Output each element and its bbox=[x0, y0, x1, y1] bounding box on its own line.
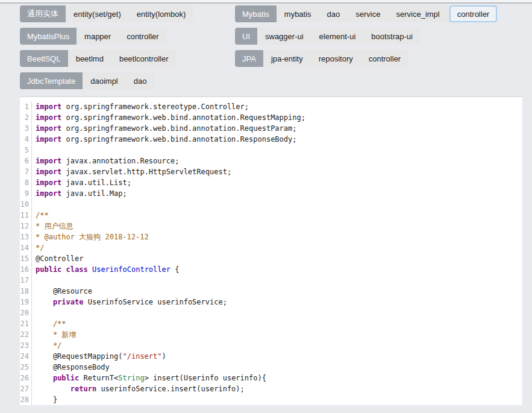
line-number: 9 bbox=[20, 188, 32, 199]
code-line-content: import org.springframework.web.bind.anno… bbox=[36, 134, 297, 145]
option-button-service[interactable]: service bbox=[348, 5, 388, 22]
code-token: import bbox=[36, 168, 61, 176]
code-line-content: import javax.annotation.Resource; bbox=[36, 156, 179, 166]
code-token: } bbox=[36, 396, 57, 404]
code-line-content: * @author 大狼狗 2018-12-12 bbox=[36, 232, 149, 242]
code-token bbox=[36, 298, 53, 306]
code-line-content: /** bbox=[36, 318, 66, 329]
option-button-jpa-entity[interactable]: jpa-entity bbox=[263, 50, 311, 67]
code-line-content: import java.util.Map; bbox=[36, 188, 127, 199]
group-label-jpa: JPA bbox=[235, 50, 263, 67]
option-button-repository[interactable]: repository bbox=[311, 50, 361, 67]
option-button-entity-set-get[interactable]: entity(set/get) bbox=[66, 5, 129, 22]
code-line: 4import org.springframework.web.bind.ann… bbox=[20, 134, 522, 145]
option-button-dao[interactable]: dao bbox=[126, 72, 155, 89]
code-line-content: import org.springframework.web.bind.anno… bbox=[36, 123, 297, 134]
line-number: 3 bbox=[20, 123, 32, 134]
line-number: 23 bbox=[20, 340, 32, 351]
code-line-content: * 用户信息 bbox=[36, 221, 73, 232]
code-line-content: @ResponseBody bbox=[36, 362, 110, 373]
option-button-beetlcontroller[interactable]: beetlcontroller bbox=[111, 50, 177, 67]
template-group-beetlsql: BeetlSQLbeetlmdbeetlcontroller bbox=[20, 50, 177, 67]
option-button-element-ui[interactable]: element-ui bbox=[311, 28, 364, 45]
group-label-通用实体: 通用实体 bbox=[20, 5, 66, 22]
line-number: 27 bbox=[20, 383, 32, 394]
line-number: 19 bbox=[20, 297, 32, 307]
code-line: 17 bbox=[20, 275, 522, 286]
line-number: 21 bbox=[20, 318, 32, 329]
code-line: 19 private UserinfoService userinfoServi… bbox=[20, 297, 522, 307]
code-line: 11/** bbox=[20, 210, 522, 221]
code-line: 28 } bbox=[20, 394, 522, 405]
code-token: UserinfoController bbox=[92, 265, 171, 274]
code-line: 16public class UserinfoController { bbox=[20, 264, 522, 275]
line-number: 7 bbox=[20, 166, 32, 177]
code-token: @RequestMapping( bbox=[36, 352, 123, 361]
code-token: /** bbox=[36, 320, 66, 328]
template-toolbar: 通用实体entity(set/get)entity(lombok)Mybatis… bbox=[0, 4, 532, 89]
code-token: @Controller bbox=[36, 254, 83, 263]
line-number: 18 bbox=[20, 286, 32, 297]
code-token: java.util.List; bbox=[61, 178, 131, 187]
code-token: import bbox=[36, 135, 61, 143]
group-label-beetlsql: BeetlSQL bbox=[20, 50, 68, 67]
code-token: > insert(Userinfo userinfo){ bbox=[145, 374, 266, 382]
code-token: import bbox=[36, 157, 61, 165]
code-line: 21 /** bbox=[20, 318, 522, 329]
template-group-jpa: JPAjpa-entityrepositorycontroller bbox=[235, 50, 408, 67]
code-line-content: import org.springframework.web.bind.anno… bbox=[36, 112, 305, 123]
code-line-content: */ bbox=[36, 242, 44, 253]
code-editor[interactable]: 1import org.springframework.stereotype.C… bbox=[20, 96, 522, 405]
option-button-controller[interactable]: controller bbox=[119, 28, 166, 45]
template-group-ui: UIswagger-uielement-uibootstrap-ui bbox=[235, 28, 421, 45]
code-token: javax.annotation.Resource; bbox=[61, 157, 179, 165]
toolbar-left-column: 通用实体entity(set/get)entity(lombok)Mybatis… bbox=[20, 5, 235, 89]
group-label-ui: UI bbox=[235, 28, 257, 45]
code-line: 13* @author 大狼狗 2018-12-12 bbox=[20, 232, 522, 242]
code-line-content: import org.springframework.stereotype.Co… bbox=[36, 101, 249, 112]
code-token: * 新增 bbox=[36, 330, 76, 339]
code-line: 12* 用户信息 bbox=[20, 221, 522, 232]
code-line: 5 bbox=[20, 145, 522, 156]
code-line: 20 bbox=[20, 307, 522, 318]
option-button-beetlmd[interactable]: beetlmd bbox=[68, 50, 111, 67]
code-token: ) bbox=[162, 352, 166, 361]
code-line: 18 @Resource bbox=[20, 286, 522, 297]
option-button-controller[interactable]: controller bbox=[361, 50, 408, 67]
group-label-mybatisplus: MybatisPlus bbox=[20, 28, 77, 45]
option-button-entity-lombok[interactable]: entity(lombok) bbox=[129, 5, 194, 22]
code-line-content: /** bbox=[36, 210, 49, 221]
code-token bbox=[36, 385, 70, 393]
code-line: 22 * 新增 bbox=[20, 329, 522, 340]
code-line: 27 return userinfoService.insert(userinf… bbox=[20, 383, 522, 394]
option-button-daoimpl[interactable]: daoimpl bbox=[83, 72, 126, 89]
line-number: 11 bbox=[20, 210, 32, 221]
line-number: 28 bbox=[20, 394, 32, 405]
code-token: public class bbox=[36, 265, 88, 274]
code-token: /** bbox=[36, 211, 49, 219]
template-group-mybatis: Mybatismybatisdaoserviceservice_implcont… bbox=[235, 5, 497, 22]
code-token bbox=[88, 265, 92, 274]
option-button-mybatis[interactable]: mybatis bbox=[277, 5, 319, 22]
line-number: 1 bbox=[20, 101, 32, 112]
line-number: 14 bbox=[20, 242, 32, 253]
group-label-mybatis: Mybatis bbox=[235, 5, 277, 22]
code-line: 6import javax.annotation.Resource; bbox=[20, 156, 522, 166]
toolbar-right-column: Mybatismybatisdaoserviceservice_implcont… bbox=[235, 5, 522, 89]
code-line: 9import java.util.Map; bbox=[20, 188, 522, 199]
option-button-swagger-ui[interactable]: swagger-ui bbox=[257, 28, 311, 45]
code-line-content: public class UserinfoController { bbox=[36, 264, 179, 275]
code-token: import bbox=[36, 124, 61, 133]
line-number: 15 bbox=[20, 253, 32, 264]
code-line-content: import javax.servlet.http.HttpServletReq… bbox=[36, 166, 231, 177]
option-button-service-impl[interactable]: service_impl bbox=[388, 5, 447, 22]
option-button-controller[interactable]: controller bbox=[449, 5, 497, 22]
template-group-jdbctemplate: JdbcTemplatedaoimpldao bbox=[20, 72, 154, 89]
line-number: 13 bbox=[20, 232, 32, 242]
option-button-mapper[interactable]: mapper bbox=[77, 28, 119, 45]
line-number: 25 bbox=[20, 362, 32, 373]
option-button-dao[interactable]: dao bbox=[319, 5, 348, 22]
option-button-bootstrap-ui[interactable]: bootstrap-ui bbox=[363, 28, 421, 45]
code-line: 25 @ResponseBody bbox=[20, 362, 522, 373]
line-number: 4 bbox=[20, 134, 32, 145]
